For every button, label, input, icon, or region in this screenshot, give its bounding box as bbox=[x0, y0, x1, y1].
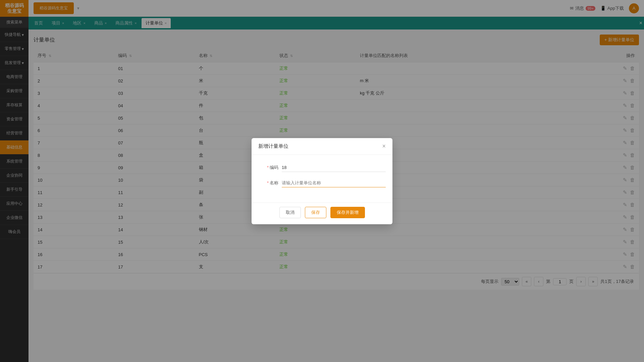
name-required-marker: * bbox=[267, 180, 269, 185]
cancel-button[interactable]: 取消 bbox=[279, 207, 301, 218]
modal-close-btn[interactable]: × bbox=[382, 143, 386, 150]
modal-body: *编码 *名称 bbox=[252, 155, 392, 202]
code-label: *编码 bbox=[258, 165, 278, 171]
modal-footer: 取消 保存 保存并新增 bbox=[252, 202, 392, 224]
name-label: *名称 bbox=[258, 180, 278, 186]
name-input[interactable] bbox=[282, 179, 386, 187]
modal-overlay: 新增计量单位 × *编码 *名称 取消 保存 保存并新增 bbox=[0, 0, 644, 362]
modal-title: 新增计量单位 bbox=[258, 143, 288, 149]
save-new-button[interactable]: 保存并新增 bbox=[330, 207, 365, 218]
modal-header: 新增计量单位 × bbox=[252, 138, 392, 155]
add-unit-modal: 新增计量单位 × *编码 *名称 取消 保存 保存并新增 bbox=[252, 138, 392, 224]
name-field-row: *名称 bbox=[258, 179, 386, 187]
code-required-marker: * bbox=[267, 165, 269, 170]
code-field-row: *编码 bbox=[258, 163, 386, 172]
code-input[interactable] bbox=[282, 163, 386, 172]
save-button[interactable]: 保存 bbox=[305, 207, 326, 218]
